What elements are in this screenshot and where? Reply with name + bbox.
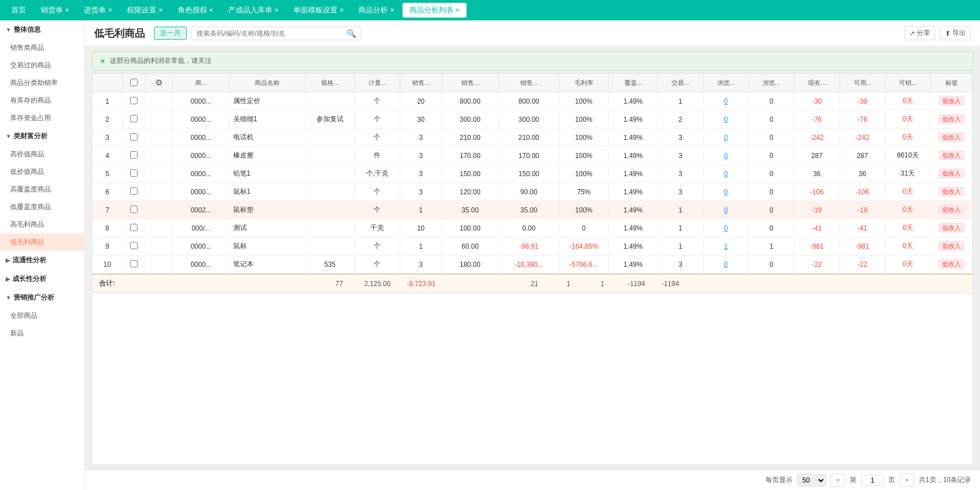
footer-avail: -1194	[653, 280, 687, 288]
cell-checkbox[interactable]	[123, 165, 145, 183]
row-checkbox[interactable]	[130, 115, 138, 122]
cell-view2: 0	[748, 165, 794, 183]
sidebar-item-low-coverage[interactable]: 低覆盖度商品	[0, 198, 84, 216]
row-checkbox[interactable]	[130, 169, 138, 177]
cell-view1[interactable]: 0	[703, 92, 748, 110]
nav-template[interactable]: 单据模板设置 ×	[286, 3, 350, 18]
prev-page-button[interactable]: ＜	[831, 474, 845, 487]
cell-view1[interactable]: 0	[703, 255, 748, 274]
cell-idx: 9	[92, 237, 123, 255]
sidebar-item-stock-funds[interactable]: 库存资金占用	[0, 109, 84, 127]
nav-home[interactable]: 首页	[5, 3, 33, 18]
nav-roles[interactable]: 角色授权 ×	[171, 3, 220, 18]
sidebar-item-traded[interactable]: 交易过的商品	[0, 57, 84, 74]
cell-checkbox[interactable]	[123, 129, 145, 147]
next-page-button[interactable]: ＞	[900, 474, 914, 487]
export-button[interactable]: ⬆ 导出	[940, 26, 971, 40]
col-header-sale-amt[interactable]: 销售...	[442, 74, 498, 92]
cell-view1[interactable]: 0	[703, 147, 748, 165]
nav-sales[interactable]: 销货单 ×	[34, 3, 76, 18]
cell-checkbox[interactable]	[123, 237, 145, 255]
sidebar-item-high-margin[interactable]: 高毛利商品	[0, 216, 84, 233]
cell-view2: 0	[748, 147, 794, 165]
cell-name: 鼠标垫	[229, 201, 305, 219]
cell-sale-amt: 800.00	[442, 92, 498, 110]
col-header-sale-days[interactable]: 可销...	[885, 74, 930, 92]
cell-stock: -981	[794, 237, 840, 255]
col-header-tag[interactable]: 标签	[931, 74, 973, 92]
row-checkbox[interactable]	[130, 260, 138, 267]
row-checkbox[interactable]	[130, 188, 138, 195]
col-header-margin[interactable]: 覆盖...	[609, 74, 658, 92]
sidebar-item-all-products[interactable]: 全部商品	[0, 307, 84, 325]
cell-sale-profit: 0.00	[499, 219, 559, 237]
page-input[interactable]	[861, 475, 884, 486]
col-header-code[interactable]: 商...	[173, 74, 229, 92]
col-header-sale-qty[interactable]: 销售...	[400, 74, 442, 92]
row-checkbox[interactable]	[130, 224, 138, 231]
sidebar-group-wealth[interactable]: ▼ 类财富分析	[0, 127, 84, 146]
nav-permissions[interactable]: 权限设置 ×	[120, 3, 169, 18]
footer-trade: 21	[517, 280, 551, 288]
col-header-spec[interactable]: 规格...	[305, 74, 354, 92]
cell-checkbox[interactable]	[123, 255, 145, 274]
sidebar-group-growth[interactable]: ▶ 成长性分析	[0, 270, 84, 288]
cell-checkbox[interactable]	[123, 183, 145, 201]
col-header-unit[interactable]: 计量...	[354, 74, 400, 92]
sidebar-item-low-value[interactable]: 低价值商品	[0, 163, 84, 181]
search-icon[interactable]: 🔍	[346, 29, 356, 38]
sidebar-item-low-margin[interactable]: 低毛利商品	[0, 233, 84, 251]
col-header-name[interactable]: 商品名称	[229, 74, 305, 92]
cell-trade: 1	[658, 237, 703, 255]
sidebar-group-circulation[interactable]: ▶ 流通性分析	[0, 251, 84, 270]
sidebar-item-in-stock[interactable]: 有库存的商品	[0, 92, 84, 109]
cell-checkbox[interactable]	[123, 92, 145, 110]
row-checkbox[interactable]	[130, 151, 138, 159]
period-tag-button[interactable]: 近一月	[154, 27, 187, 40]
sidebar-item-category-rate[interactable]: 商品分类助销率	[0, 74, 84, 92]
cell-checkbox[interactable]	[123, 110, 145, 129]
col-header-view1[interactable]: 浏览...	[703, 74, 748, 92]
col-header-checkbox[interactable]	[123, 74, 145, 92]
cell-idx: 10	[92, 255, 123, 274]
row-checkbox[interactable]	[130, 206, 138, 213]
sidebar-item-new-products[interactable]: 新品	[0, 325, 84, 342]
cell-trade: 3	[658, 147, 703, 165]
cell-view1[interactable]: 1	[703, 237, 748, 255]
cell-view1[interactable]: 0	[703, 110, 748, 129]
col-header-avail[interactable]: 可用...	[840, 74, 885, 92]
cell-view1[interactable]: 0	[703, 219, 748, 237]
col-header-trade[interactable]: 交易...	[658, 74, 703, 92]
row-checkbox[interactable]	[130, 242, 138, 249]
cell-sale-qty: 10	[400, 219, 442, 237]
cell-idx: 6	[92, 183, 123, 201]
sidebar-item-sales-products[interactable]: 销售类商品	[0, 39, 84, 57]
cell-checkbox[interactable]	[123, 147, 145, 165]
cell-view1[interactable]: 0	[703, 129, 748, 147]
search-input[interactable]	[196, 29, 346, 37]
nav-purchase[interactable]: 进货单 ×	[77, 3, 119, 18]
cell-view1[interactable]: 0	[703, 201, 748, 219]
nav-analysis-list[interactable]: 商品分析列表 ×	[403, 3, 467, 18]
row-checkbox[interactable]	[130, 97, 138, 104]
row-checkbox[interactable]	[130, 133, 138, 140]
cell-checkbox[interactable]	[123, 219, 145, 237]
col-header-settings[interactable]: ⚙	[145, 74, 173, 92]
col-header-profit-rate[interactable]: 毛利率	[559, 74, 609, 92]
cell-tag: 低收入	[931, 237, 973, 255]
nav-analysis[interactable]: 商品分析 ×	[352, 3, 401, 18]
nav-products[interactable]: 产成品入库单 ×	[221, 3, 285, 18]
sidebar-group-marketing[interactable]: ▼ 营销推广分析	[0, 288, 84, 307]
cell-checkbox[interactable]	[123, 201, 145, 219]
cell-view1[interactable]: 0	[703, 183, 748, 201]
cell-view1[interactable]: 0	[703, 165, 748, 183]
share-button[interactable]: ↗ 分享	[904, 26, 935, 40]
col-header-stock[interactable]: 现有...	[794, 74, 840, 92]
col-header-view2[interactable]: 浏览...	[748, 74, 794, 92]
sidebar-item-high-value[interactable]: 高价值商品	[0, 146, 84, 163]
sidebar-item-high-coverage[interactable]: 高覆盖度商品	[0, 181, 84, 198]
sidebar-group-overall[interactable]: ▼ 整体信息	[0, 20, 84, 39]
per-page-select[interactable]: 50 100 200	[797, 474, 826, 487]
col-header-sale-profit[interactable]: 销售...	[499, 74, 559, 92]
select-all-checkbox[interactable]	[130, 79, 138, 86]
